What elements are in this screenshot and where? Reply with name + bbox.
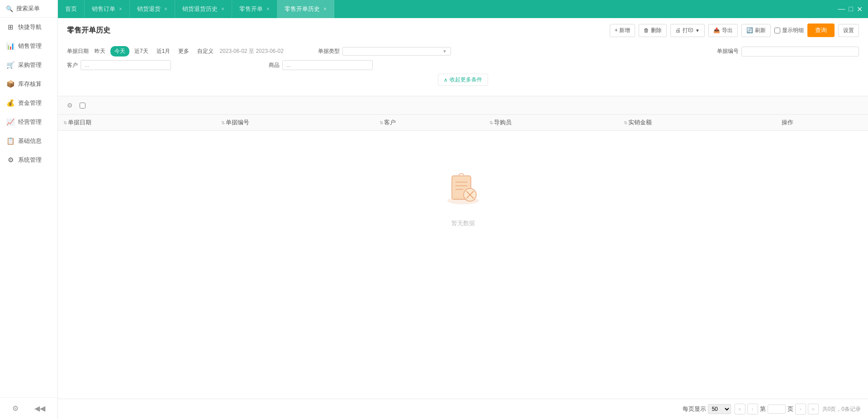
date-btn-last7[interactable]: 近7天: [131, 46, 152, 56]
quick-nav-nav-label: 快捷导航: [18, 23, 42, 31]
query-button[interactable]: 查询: [807, 24, 835, 37]
basic-info-nav-icon: 📋: [6, 137, 14, 145]
print-dropdown-icon: ▼: [695, 28, 700, 33]
select-all-checkbox[interactable]: [80, 103, 85, 108]
tab-close-retail-open-history[interactable]: ×: [323, 6, 327, 12]
window-close[interactable]: ✕: [857, 5, 863, 14]
doc-number-label: 单据编号: [717, 47, 739, 55]
sidebar-item-system[interactable]: ⚙ 系统管理: [0, 151, 57, 169]
purchase-nav-label: 采购管理: [18, 61, 42, 69]
collapse-filter-btn[interactable]: ∧ 收起更多条件: [438, 74, 488, 86]
search-icon: 🔍: [5, 5, 14, 13]
col-sort-icon: ⇅: [221, 120, 225, 125]
tab-close-sales-return[interactable]: ×: [164, 6, 167, 12]
sidebar-item-quick-nav[interactable]: ⊞ 快捷导航: [0, 18, 57, 37]
table-area: ⚙ ⇅单据日期⇅单据编号⇅客户⇅导购员⇅实销金额操作: [58, 96, 868, 399]
goods-select[interactable]: ...: [282, 60, 373, 70]
date-btn-custom[interactable]: 自定义: [194, 46, 217, 56]
main-content: 首页销售订单×销货退货×销货退货历史×零售开单×零售开单历史× — □ ✕ 零售…: [58, 0, 868, 419]
date-btn-more[interactable]: 更多: [175, 46, 192, 56]
display-detail-checkbox[interactable]: 显示明细: [774, 27, 804, 34]
col-header-date[interactable]: ⇅单据日期: [58, 115, 216, 131]
toolbar: + 新增 🗑 删除 🖨 打印 ▼ 📤 导出 🔄 刷新: [610, 24, 859, 37]
tab-close-sales-order[interactable]: ×: [119, 6, 122, 12]
tab-label-retail-open: 零售开单: [239, 5, 263, 13]
sales-nav-label: 销售管理: [18, 42, 42, 50]
sidebar-item-inventory[interactable]: 📦 库存核算: [0, 75, 57, 94]
date-btn-last_month[interactable]: 近1月: [153, 46, 174, 56]
print-button[interactable]: 🖨 打印 ▼: [670, 24, 705, 37]
page-prefix: 第: [760, 405, 766, 413]
doc-type-filter: 单据类型 ▼: [318, 47, 451, 56]
window-maximize[interactable]: □: [849, 5, 853, 13]
customer-label: 客户: [67, 61, 78, 69]
tab-label-sales-order: 销售订单: [92, 5, 115, 13]
delete-icon: 🗑: [644, 27, 649, 33]
export-button[interactable]: 📤 导出: [708, 24, 738, 37]
collapse-up-icon: ∧: [444, 77, 448, 83]
purchase-nav-icon: 🛒: [6, 61, 14, 69]
date-filter-buttons: 昨天今天近7天近1月更多自定义: [91, 46, 217, 56]
next-page-btn[interactable]: ›: [795, 404, 806, 414]
prev-page-btn[interactable]: ‹: [747, 404, 758, 414]
tab-retail-open-history[interactable]: 零售开单历史×: [277, 0, 334, 18]
tab-label-retail-open-history: 零售开单历史: [285, 5, 320, 13]
sidebar-search-label: 搜索采单: [16, 5, 40, 13]
operations-nav-label: 经营管理: [18, 118, 42, 126]
col-header-guide[interactable]: ⇅导购员: [484, 115, 618, 131]
finance-nav-label: 资金管理: [18, 99, 42, 107]
customer-filter: 客户 ...: [67, 60, 171, 70]
refresh-icon: 🔄: [746, 27, 753, 33]
doc-type-select[interactable]: ▼: [342, 47, 451, 56]
col-label-amount: 实销金额: [628, 118, 652, 127]
tab-sales-return[interactable]: 销货退货×: [130, 0, 175, 18]
col-sort-icon: ⇅: [489, 120, 493, 125]
settings-icon[interactable]: ⚙: [10, 402, 20, 414]
tab-sales-order[interactable]: 销售订单×: [85, 0, 130, 18]
page-size-label: 每页显示: [683, 405, 706, 413]
tab-close-retail-open[interactable]: ×: [266, 6, 270, 12]
page-number-input[interactable]: 1: [768, 405, 786, 414]
sidebar-item-operations[interactable]: 📈 经营管理: [0, 113, 57, 132]
tab-bar: 首页销售订单×销货退货×销货退货历史×零售开单×零售开单历史× — □ ✕: [58, 0, 868, 18]
page-size-select[interactable]: 102050100: [708, 404, 731, 414]
tab-close-sales-return-history[interactable]: ×: [221, 6, 224, 12]
col-label-date: 单据日期: [68, 118, 91, 127]
display-detail-input[interactable]: [774, 28, 780, 33]
settings-filter-button[interactable]: 设置: [838, 24, 859, 37]
table-head: ⇅单据日期⇅单据编号⇅客户⇅导购员⇅实销金额操作: [58, 115, 868, 131]
sidebar-item-sales[interactable]: 📊 销售管理: [0, 37, 57, 56]
doc-type-label: 单据类型: [318, 47, 340, 55]
inventory-nav-label: 库存核算: [18, 80, 42, 88]
sidebar-search[interactable]: 🔍 搜索采单: [0, 0, 57, 18]
refresh-button[interactable]: 🔄 刷新: [741, 24, 771, 37]
table-settings-icon[interactable]: ⚙: [63, 99, 76, 112]
tab-label-sales-return-history: 销货退货历史: [182, 5, 218, 13]
doc-number-filter: 单据编号: [717, 47, 859, 56]
tab-home[interactable]: 首页: [58, 0, 85, 18]
sales-nav-icon: 📊: [6, 42, 14, 50]
collapse-icon[interactable]: ◀◀: [33, 402, 47, 414]
date-btn-yesterday[interactable]: 昨天: [91, 46, 109, 56]
tab-retail-open[interactable]: 零售开单×: [232, 0, 277, 18]
last-page-btn[interactable]: »: [808, 404, 819, 414]
sidebar-item-purchase[interactable]: 🛒 采购管理: [0, 56, 57, 75]
customer-select[interactable]: ...: [81, 60, 171, 70]
delete-button[interactable]: 🗑 删除: [639, 24, 667, 37]
doc-number-input[interactable]: [741, 47, 859, 56]
quick-nav-nav-icon: ⊞: [6, 23, 14, 31]
first-page-btn[interactable]: «: [735, 404, 745, 414]
window-minimize[interactable]: —: [838, 5, 845, 13]
col-header-amount[interactable]: ⇅实销金额: [618, 115, 776, 131]
sidebar-item-finance[interactable]: 💰 资金管理: [0, 94, 57, 113]
col-header-customer[interactable]: ⇅客户: [374, 115, 484, 131]
table-header-row: ⇅单据日期⇅单据编号⇅客户⇅导购员⇅实销金额操作: [58, 115, 868, 131]
print-icon: 🖨: [675, 27, 681, 33]
date-btn-today[interactable]: 今天: [110, 46, 129, 56]
tab-sales-return-history[interactable]: 销货退货历史×: [175, 0, 232, 18]
add-button[interactable]: + 新增: [610, 24, 635, 37]
sidebar-nav: ⊞ 快捷导航 📊 销售管理 🛒 采购管理 📦 库存核算 💰 资金管理 📈 经营管…: [0, 18, 57, 397]
col-header-number[interactable]: ⇅单据编号: [216, 115, 374, 131]
sidebar-item-basic-info[interactable]: 📋 基础信息: [0, 132, 57, 151]
col-sort-icon: ⇅: [379, 120, 383, 125]
